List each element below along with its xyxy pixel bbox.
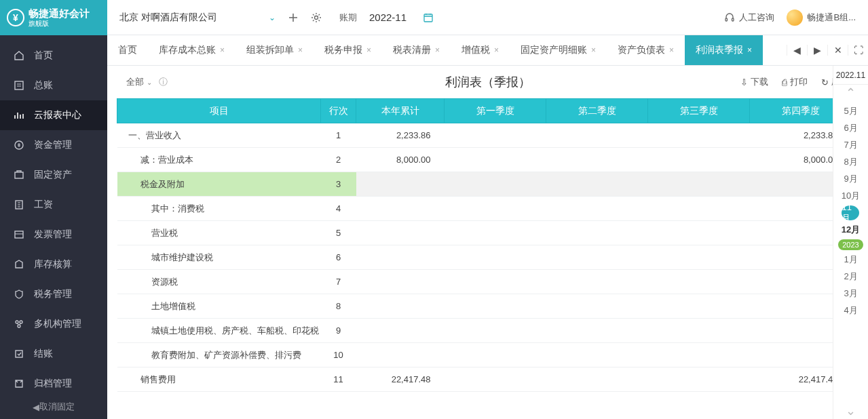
- close-icon[interactable]: ×: [669, 45, 674, 55]
- cell-q3: [648, 270, 750, 294]
- sidebar-item-3[interactable]: 资金管理: [0, 130, 107, 160]
- download-button[interactable]: ⇩下载: [740, 76, 768, 88]
- table-row[interactable]: 城市维护建设税6: [117, 245, 852, 270]
- col-header-1: 行次: [321, 99, 356, 123]
- cell-idx: 10: [321, 343, 356, 367]
- nav-icon: [12, 258, 26, 271]
- rail-month[interactable]: 2月: [838, 269, 863, 284]
- cell-ytd: 8,000.00: [356, 148, 445, 172]
- rail-month[interactable]: 8月: [838, 155, 863, 169]
- close-icon[interactable]: ×: [747, 45, 752, 55]
- company-selector[interactable]: 北京 对啊酒店有限公司 ⌄: [119, 12, 276, 24]
- brand-title: 畅捷通好会计: [29, 8, 90, 20]
- cell-ytd: [356, 197, 445, 221]
- tab-7[interactable]: 资产负债表×: [607, 35, 685, 65]
- nav-icon: [12, 288, 26, 300]
- add-button[interactable]: [288, 12, 299, 23]
- tab-4[interactable]: 税表清册×: [382, 35, 451, 65]
- sidebar-item-label: 归档管理: [34, 378, 72, 390]
- sidebar-item-4[interactable]: 固定资产: [0, 160, 107, 190]
- table-row[interactable]: 销售费用1122,417.4822,417.48: [117, 367, 852, 392]
- sidebar-item-label: 结账: [34, 348, 53, 360]
- period-value[interactable]: 2022-11: [369, 12, 407, 23]
- rail-month[interactable]: 3月: [838, 286, 863, 301]
- fullscreen-button[interactable]: ⛶: [848, 45, 868, 56]
- cell-ytd: [356, 343, 445, 367]
- tab-1[interactable]: 库存成本总账×: [148, 35, 235, 65]
- tab-8[interactable]: 利润表季报×: [685, 35, 763, 65]
- cell-q2: [546, 367, 648, 392]
- sidebar-item-1[interactable]: 总账: [0, 71, 107, 100]
- nav-icon: [12, 109, 26, 121]
- tab-label: 资产负债表: [618, 44, 665, 56]
- tabs-close-button[interactable]: ✕: [827, 45, 848, 56]
- rail-month[interactable]: 12月: [838, 222, 863, 237]
- table-row[interactable]: 资源税7: [117, 270, 852, 294]
- sidebar-item-6[interactable]: 发票管理: [0, 220, 107, 250]
- sidebar-item-9[interactable]: 多机构管理: [0, 309, 107, 339]
- tab-6[interactable]: 固定资产明细账×: [510, 35, 607, 65]
- filter-all-dropdown[interactable]: 全部 ⌄: [126, 76, 152, 88]
- help-icon[interactable]: ⓘ: [159, 76, 168, 88]
- sidebar-item-8[interactable]: 税务管理: [0, 279, 107, 309]
- table-row[interactable]: 减：营业成本28,000.008,000.00: [117, 148, 852, 172]
- sidebar-item-label: 资金管理: [34, 139, 72, 151]
- table-row[interactable]: 其中：消费税4: [117, 197, 852, 221]
- user-menu[interactable]: 畅捷通B组...: [787, 9, 856, 26]
- tab-label: 税表清册: [393, 44, 431, 56]
- chevron-down-icon: ⌄: [269, 13, 276, 22]
- table-row[interactable]: 城镇土地使用税、房产税、车船税、印花税9: [117, 319, 852, 343]
- close-icon[interactable]: ×: [298, 45, 303, 55]
- tabs-prev-button[interactable]: ◀: [787, 45, 807, 56]
- sidebar-item-2[interactable]: 云报表中心: [0, 100, 107, 130]
- rail-up-button[interactable]: ⌃: [833, 85, 868, 101]
- rail-down-button[interactable]: ⌄: [833, 403, 868, 419]
- cell-q2: [546, 148, 648, 172]
- tab-5[interactable]: 增值税×: [451, 35, 510, 65]
- tabs-next-button[interactable]: ▶: [807, 45, 827, 56]
- svg-rect-11: [725, 18, 728, 21]
- rail-month[interactable]: 11月: [838, 205, 863, 220]
- tab-2[interactable]: 组装拆卸单×: [235, 35, 314, 65]
- sidebar-item-11[interactable]: 归档管理: [0, 369, 107, 395]
- rail-month[interactable]: 4月: [838, 303, 863, 318]
- table-row[interactable]: 一、营业收入12,233.862,233.86: [117, 123, 852, 148]
- sidebar-item-label: 库存核算: [34, 258, 72, 271]
- rail-month[interactable]: 1月: [838, 252, 863, 267]
- nav-icon: [12, 49, 26, 62]
- settings-icon[interactable]: [311, 12, 322, 23]
- close-icon[interactable]: ×: [435, 45, 440, 55]
- print-button[interactable]: ⎙打印: [782, 76, 808, 88]
- rail-month[interactable]: 7月: [838, 138, 863, 153]
- brand-logo[interactable]: ¥ 畅捷通好会计 旗舰版: [0, 0, 107, 35]
- cell-q1: [445, 367, 546, 392]
- cell-q3: [648, 294, 750, 319]
- close-icon[interactable]: ×: [366, 45, 371, 55]
- sidebar-item-5[interactable]: 工资: [0, 190, 107, 220]
- rail-month[interactable]: 9月: [838, 172, 863, 186]
- close-icon[interactable]: ×: [220, 45, 225, 55]
- consult-button[interactable]: 人工咨询: [724, 12, 774, 24]
- tab-label: 库存成本总账: [159, 44, 216, 56]
- close-icon[interactable]: ×: [591, 45, 596, 55]
- cancel-fixed-button[interactable]: ◀ 取消固定: [0, 395, 107, 419]
- table-row[interactable]: 税金及附加3: [117, 172, 852, 197]
- cell-q1: [445, 270, 546, 294]
- rail-month[interactable]: 6月: [838, 121, 863, 136]
- sidebar-item-7[interactable]: 库存核算: [0, 250, 107, 279]
- rail-month[interactable]: 5月: [838, 104, 863, 119]
- sidebar-item-10[interactable]: 结账: [0, 339, 107, 369]
- sidebar-item-label: 首页: [34, 49, 53, 62]
- topbar: 北京 对啊酒店有限公司 ⌄ 账期 2022-11 人工咨询 畅捷通B组...: [107, 0, 868, 35]
- close-icon[interactable]: ×: [494, 45, 499, 55]
- table-row[interactable]: 教育费附加、矿产资源补偿费、排污费10: [117, 343, 852, 367]
- table-row[interactable]: 土地增值税8: [117, 294, 852, 319]
- nav-icon: [12, 348, 26, 360]
- table-row[interactable]: 营业税5: [117, 221, 852, 245]
- sidebar-item-0[interactable]: 首页: [0, 41, 107, 71]
- cell-q2: [546, 123, 648, 148]
- tab-0[interactable]: 首页: [107, 35, 148, 65]
- tab-3[interactable]: 税务申报×: [314, 35, 382, 65]
- calendar-icon[interactable]: [423, 12, 434, 23]
- rail-current-period[interactable]: 2022.11: [833, 66, 868, 85]
